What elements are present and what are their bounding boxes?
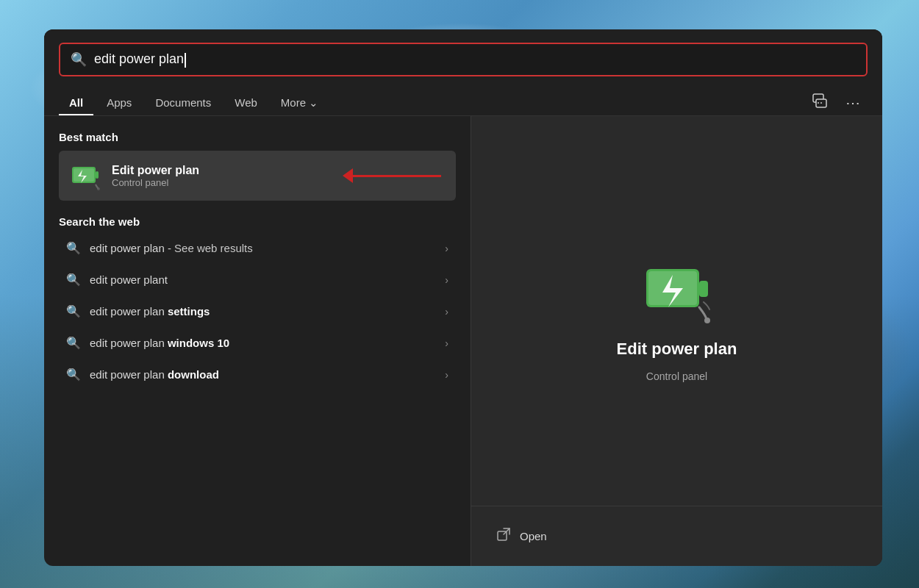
- right-panel-top: Edit power plan Control panel: [471, 116, 882, 506]
- main-content: Best match Ed: [44, 116, 882, 566]
- arrow-line: [353, 175, 441, 177]
- web-search-item-1[interactable]: 🔍 edit power plan - See web results ›: [59, 232, 456, 264]
- search-input[interactable]: edit power plan: [94, 51, 856, 67]
- web-search-item-3[interactable]: 🔍 edit power plan settings ›: [59, 295, 456, 327]
- chevron-right-icon-4: ›: [445, 337, 448, 349]
- web-search-text-3: edit power plan settings: [90, 305, 436, 318]
- right-panel-actions: Open: [471, 506, 882, 566]
- search-icon-small-2: 🔍: [66, 273, 81, 287]
- tab-documents[interactable]: Documents: [145, 90, 221, 115]
- search-icon-small-4: 🔍: [66, 336, 81, 350]
- open-label: Open: [520, 530, 547, 542]
- web-search-text-4: edit power plan windows 10: [90, 337, 436, 349]
- more-options-button[interactable]: ⋯: [840, 91, 868, 115]
- chevron-right-icon-1: ›: [445, 243, 448, 254]
- search-panel: 🔍 edit power plan All Apps Documents Web…: [44, 29, 882, 566]
- left-column: Best match Ed: [44, 116, 471, 566]
- search-icon-small-5: 🔍: [66, 368, 81, 381]
- right-panel-title: Edit power plan: [617, 340, 737, 359]
- open-icon: [496, 527, 511, 545]
- tab-web[interactable]: Web: [224, 90, 268, 115]
- arrow-head: [343, 168, 353, 183]
- chevron-right-icon-2: ›: [445, 274, 448, 286]
- tab-more[interactable]: More ⌄: [271, 90, 329, 115]
- best-match-title: Edit power plan: [112, 164, 199, 177]
- big-battery-icon: [640, 254, 714, 328]
- tab-all[interactable]: All: [59, 90, 93, 115]
- search-icon: 🔍: [71, 51, 87, 68]
- tabs-right: ⋯: [806, 90, 868, 115]
- web-search-item-4[interactable]: 🔍 edit power plan windows 10 ›: [59, 327, 456, 359]
- feedback-icon: [812, 93, 828, 109]
- svg-point-2: [818, 102, 819, 104]
- svg-rect-11: [699, 281, 708, 297]
- search-icon-small-3: 🔍: [66, 304, 81, 318]
- search-input-value: edit power plan: [94, 51, 184, 66]
- best-match-label: Best match: [59, 131, 456, 143]
- ellipsis-icon: ⋯: [845, 95, 862, 111]
- web-search-text-2: edit power plant: [90, 273, 436, 286]
- search-bar-area: 🔍 edit power plan: [44, 29, 882, 84]
- right-panel-subtitle: Control panel: [646, 370, 707, 382]
- chevron-right-icon-5: ›: [445, 369, 448, 381]
- svg-rect-5: [96, 171, 99, 179]
- web-search-item-5[interactable]: 🔍 edit power plan download ›: [59, 359, 456, 390]
- web-search-item-2[interactable]: 🔍 edit power plant ›: [59, 264, 456, 295]
- chevron-right-icon-3: ›: [445, 306, 448, 318]
- web-search-text-5: edit power plan download: [90, 368, 436, 381]
- arrow-annotation: [343, 168, 441, 183]
- search-input-wrapper[interactable]: 🔍 edit power plan: [59, 43, 868, 76]
- tab-apps[interactable]: Apps: [96, 90, 142, 115]
- best-match-subtitle: Control panel: [112, 177, 199, 188]
- best-match-item[interactable]: Edit power plan Control panel: [59, 151, 456, 201]
- search-icon-small-1: 🔍: [66, 241, 81, 255]
- web-search-label: Search the web: [59, 215, 456, 228]
- best-match-text: Edit power plan Control panel: [112, 164, 199, 188]
- svg-point-3: [820, 102, 822, 104]
- right-panel: Edit power plan Control panel Open: [471, 116, 882, 566]
- battery-icon: [69, 159, 101, 192]
- chevron-down-icon: ⌄: [309, 96, 318, 109]
- svg-rect-6: [74, 168, 94, 182]
- feedback-icon-button[interactable]: [806, 90, 834, 115]
- web-search-text-1: edit power plan - See web results: [90, 242, 436, 254]
- open-button[interactable]: Open: [486, 518, 868, 554]
- tabs-row: All Apps Documents Web More ⌄ ⋯: [44, 84, 882, 116]
- text-cursor: [185, 53, 186, 68]
- svg-point-14: [704, 318, 710, 323]
